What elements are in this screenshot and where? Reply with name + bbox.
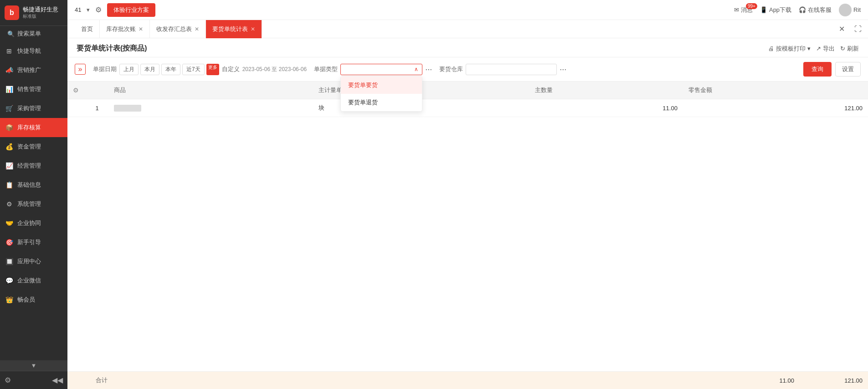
filter-toggle-btn[interactable]: »	[75, 64, 86, 75]
app-brand: 畅捷通好生意 标准版	[23, 6, 58, 20]
export-label: 导出	[823, 45, 835, 53]
filter-settings-btn[interactable]: 设置	[835, 62, 861, 77]
sidebar-item-base[interactable]: 📋 基础信息	[0, 175, 67, 194]
sidebar-item-marketing[interactable]: 📣 营销推广	[0, 61, 67, 80]
sidebar-item-member[interactable]: 👑 畅会员	[0, 290, 67, 309]
tab-receipt-summary[interactable]: 收发存汇总表 ✕	[150, 20, 206, 38]
tab-home[interactable]: 首页	[75, 20, 100, 38]
sidebar: b 畅捷通好生意 标准版 🔍 搜索菜单 ⊞ 快捷导航 📣 营销推广 📊 销售管理…	[0, 0, 67, 389]
type-select-box[interactable]: ∧	[340, 64, 422, 75]
refresh-icon: ↻	[840, 45, 845, 52]
sidebar-nav: ⊞ 快捷导航 📣 营销推广 📊 销售管理 🛒 采购管理 📦 库存核算 💰 资金管…	[0, 41, 67, 360]
topbar-gear-icon[interactable]: ⚙	[95, 5, 102, 14]
page-header: 要货单统计表(按商品) 🖨 按模板打印 ▾ ↗ 导出 ↻ 刷新	[67, 38, 868, 57]
nav-label: 企业微信	[17, 276, 41, 285]
search-menu[interactable]: 🔍 搜索菜单	[0, 26, 67, 41]
topbar: 41 ▾ ⚙ 体验行业方案 ✉ 消息 99+ 📱 App下载 🎧 在线客服	[67, 0, 868, 20]
brand-title: 畅捷通好生意	[23, 6, 58, 14]
table-settings-gear-icon[interactable]: ⚙	[73, 87, 79, 94]
refresh-btn[interactable]: ↻ 刷新	[840, 45, 859, 53]
nav-label: 资金管理	[17, 143, 41, 151]
sidebar-footer: ⚙ ◀◀	[0, 371, 67, 389]
date-more-badge[interactable]: 更多	[206, 64, 219, 75]
nav-label: 基础信息	[17, 181, 41, 189]
sidebar-scroll-down[interactable]: ▼	[0, 360, 67, 371]
tab-close-icon[interactable]: ✕	[195, 26, 199, 32]
date-filter-label: 单据日期	[93, 65, 117, 73]
table-footer: 合计 11.00 121.00	[67, 371, 868, 389]
type-selected-value	[344, 66, 346, 73]
row-settings-cell	[67, 99, 86, 117]
page-title: 要货单统计表(按商品)	[77, 44, 147, 53]
filter-more-icon[interactable]: ···	[425, 65, 432, 74]
finance-icon: 💰	[5, 142, 14, 151]
sidebar-item-sales[interactable]: 📊 销售管理	[0, 80, 67, 99]
th-num	[86, 82, 108, 99]
warehouse-input[interactable]	[466, 64, 557, 75]
headset-icon: 🎧	[799, 6, 806, 13]
sidebar-item-quick-nav[interactable]: ⊞ 快捷导航	[0, 41, 67, 61]
user-avatar	[839, 4, 852, 16]
wechat-icon: 💬	[5, 276, 14, 285]
sidebar-item-purchase[interactable]: 🛒 采购管理	[0, 99, 67, 118]
tabs-close-all-icon[interactable]: ✕	[835, 23, 848, 36]
date-buttons: 上月 本月 本年 近7天 更多	[119, 64, 219, 75]
print-template-btn[interactable]: 🖨 按模板打印 ▾	[768, 45, 811, 53]
th-settings[interactable]: ⚙	[67, 82, 86, 99]
sidebar-header: b 畅捷通好生意 标准版	[0, 0, 67, 26]
main-content: 41 ▾ ⚙ 体验行业方案 ✉ 消息 99+ 📱 App下载 🎧 在线客服	[67, 0, 868, 389]
brand-subtitle: 标准版	[23, 13, 58, 20]
nav-label: 销售管理	[17, 85, 41, 93]
export-btn[interactable]: ↗ 导出	[816, 45, 835, 53]
date-btn-this-month[interactable]: 本月	[140, 64, 159, 75]
type-filter-group: 单据类型 ∧ 要货单要货 要货单退货	[314, 64, 432, 75]
sidebar-item-inventory[interactable]: 📦 库存核算	[0, 118, 67, 137]
date-btn-last-month[interactable]: 上月	[119, 64, 139, 75]
th-qty: 主数量	[529, 82, 683, 99]
warehouse-more-icon[interactable]: ···	[560, 65, 566, 74]
sidebar-item-enterprise[interactable]: 🤝 企业协同	[0, 214, 67, 233]
footer-total-amount: 121.00	[794, 377, 863, 384]
notifications-badge: 99+	[746, 3, 757, 9]
nav-label: 采购管理	[17, 104, 41, 113]
type-filter-label: 单据类型	[314, 65, 338, 73]
date-btn-this-year[interactable]: 本年	[161, 64, 180, 75]
search-label: 搜索菜单	[17, 30, 41, 38]
dropdown-item-tuihuo[interactable]: 要货单退货	[341, 94, 422, 111]
online-service-btn[interactable]: 🎧 在线客服	[799, 6, 832, 14]
tabs-right-actions: ✕ ⛶	[835, 23, 868, 36]
sidebar-item-system[interactable]: ⚙ 系统管理	[0, 194, 67, 214]
date-btn-7days[interactable]: 近7天	[182, 64, 205, 75]
print-label: 按模板打印	[776, 45, 806, 53]
date-custom-label[interactable]: 自定义	[222, 65, 240, 73]
tab-close-icon[interactable]: ✕	[139, 26, 143, 32]
collapse-sidebar-icon[interactable]: ◀◀	[52, 376, 63, 384]
refresh-label: 刷新	[847, 45, 859, 53]
marketing-icon: 📣	[5, 66, 14, 75]
member-icon: 👑	[5, 295, 14, 304]
page-area: 要货单统计表(按商品) 🖨 按模板打印 ▾ ↗ 导出 ↻ 刷新	[67, 38, 868, 389]
sidebar-item-wechat[interactable]: 💬 企业微信	[0, 271, 67, 290]
dropdown-item-label: 要货单退货	[348, 99, 378, 106]
base-icon: 📋	[5, 180, 14, 189]
sidebar-item-newbie[interactable]: 🎯 新手引导	[0, 233, 67, 252]
settings-footer-icon[interactable]: ⚙	[5, 376, 11, 384]
tab-order-stats[interactable]: 要货单统计表 ✕	[206, 20, 262, 38]
sidebar-item-finance[interactable]: 💰 资金管理	[0, 137, 67, 156]
user-profile[interactable]: Rit	[839, 4, 861, 16]
tab-inventory-batch[interactable]: 库存批次账 ✕	[100, 20, 150, 38]
dropdown-item-yaohuo[interactable]: 要货单要货	[341, 77, 422, 94]
industry-btn[interactable]: 体验行业方案	[107, 3, 155, 17]
operation-icon: 📈	[5, 161, 14, 170]
topbar-dropdown[interactable]: ▾	[87, 6, 90, 13]
app-download-btn[interactable]: 📱 App下载	[760, 6, 791, 14]
print-icon: 🖨	[768, 45, 774, 52]
tab-close-icon[interactable]: ✕	[251, 26, 255, 32]
notifications-btn[interactable]: ✉ 消息 99+	[734, 6, 753, 14]
sidebar-item-operation[interactable]: 📈 经营管理	[0, 156, 67, 175]
tabs-expand-icon[interactable]: ⛶	[852, 23, 864, 36]
query-btn[interactable]: 查询	[803, 62, 832, 77]
sidebar-item-app-center[interactable]: 🔲 应用中心	[0, 252, 67, 271]
table-header-row: ⚙ 商品 主计量单位 主数量 零售金额	[67, 82, 868, 99]
data-table: ⚙ 商品 主计量单位 主数量 零售金额 1 ██████	[67, 82, 868, 117]
